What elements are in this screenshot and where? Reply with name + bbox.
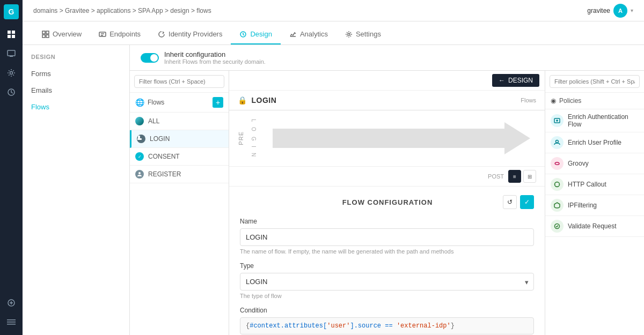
right-panel: ◉ Policies Enrich Authentication Flow <box>545 71 644 335</box>
type-group: Type LOGIN CONSENT REGISTER ▾ The type o… <box>240 262 534 299</box>
tab-endpoints[interactable]: Endpoints <box>90 25 149 44</box>
sidebar-monitor-icon[interactable] <box>3 45 20 62</box>
tab-design[interactable]: Design <box>231 25 280 44</box>
config-save-btn[interactable]: ✓ <box>520 195 534 209</box>
topbar: domains > Gravitee > applications > SPA … <box>23 0 644 21</box>
pre-arrow <box>273 122 530 154</box>
flows-header-label: Flows <box>148 99 164 106</box>
type-hint: The type of flow <box>240 293 534 299</box>
pre-vertical-text: L <box>251 119 257 123</box>
nav-tabs: Overview Endpoints Identity Providers De… <box>23 21 644 45</box>
type-label: Type <box>240 262 534 270</box>
flow-header: 🔒 LOGIN Flows <box>229 91 545 110</box>
flow-icon-register <box>135 170 144 178</box>
svg-rect-3 <box>12 35 15 38</box>
breadcrumb: domains > Gravitee > applications > SPA … <box>33 7 211 14</box>
post-area: POST ≡ ⊞ <box>229 167 545 187</box>
flow-search-area <box>130 71 229 93</box>
sidebar-plus-icon[interactable] <box>3 294 20 311</box>
sidebar-gear-icon[interactable] <box>3 64 20 81</box>
policies-icon: ◉ <box>551 97 556 105</box>
sidebar: G <box>0 0 23 335</box>
flow-item-all[interactable]: ALL <box>130 113 229 130</box>
post-icon-grid[interactable]: ⊞ <box>523 170 536 183</box>
flow-lock-icon: 🔒 <box>238 96 247 105</box>
tab-overview[interactable]: Overview <box>33 25 90 44</box>
svg-point-24 <box>556 140 559 143</box>
arrow-body <box>273 122 530 154</box>
top-design-area: ← DESIGN <box>229 71 545 91</box>
svg-rect-13 <box>46 31 49 34</box>
left-nav-forms[interactable]: Forms <box>23 65 129 82</box>
policy-icon-validate-request <box>551 220 564 233</box>
design-arrow-icon: ← <box>499 77 505 84</box>
post-icons: ≡ ⊞ <box>508 170 536 183</box>
sidebar-clock-icon[interactable] <box>3 84 20 101</box>
sidebar-nav-icon[interactable] <box>3 26 20 43</box>
flow-config: FLOW CONFIGURATION ↺ ✓ Name The name of … <box>229 187 545 335</box>
config-action-btns: ↺ ✓ <box>503 195 534 209</box>
tab-settings[interactable]: Settings <box>336 25 390 44</box>
left-panel: DESIGN Forms Emails Flows <box>23 45 130 335</box>
inherit-bar: Inherit configuration Inherit Flows from… <box>130 45 644 71</box>
flows-globe-icon: 🌐 <box>135 98 144 107</box>
policy-enrich-auth[interactable]: Enrich Authentication Flow <box>545 109 644 132</box>
design-button[interactable]: ← DESIGN <box>492 74 539 87</box>
flow-config-header: FLOW CONFIGURATION ↺ ✓ <box>240 195 534 209</box>
sidebar-menu-icon[interactable] <box>3 314 20 331</box>
type-select-wrapper: LOGIN CONSENT REGISTER ▾ <box>240 273 534 291</box>
policy-ip-filtering[interactable]: IPFiltering <box>545 195 644 216</box>
policy-http-callout[interactable]: HTTP Callout <box>545 174 644 195</box>
svg-rect-4 <box>8 50 15 56</box>
pre-label: PRE <box>238 131 244 145</box>
config-reset-btn[interactable]: ↺ <box>503 195 517 209</box>
flow-item-register[interactable]: REGISTER <box>130 166 229 183</box>
name-hint: The name of flow. If empty, the name wil… <box>240 248 534 255</box>
user-dropdown-icon[interactable]: ▾ <box>631 8 633 13</box>
tab-identity-providers[interactable]: Identity Providers <box>149 25 231 44</box>
avatar: A <box>613 4 627 18</box>
svg-rect-5 <box>10 56 13 57</box>
svg-rect-10 <box>7 322 16 323</box>
policy-enrich-user[interactable]: Enrich User Profile <box>545 132 644 153</box>
svg-point-22 <box>138 172 141 174</box>
svg-rect-0 <box>8 31 11 34</box>
name-input[interactable] <box>240 228 534 246</box>
svg-point-25 <box>555 182 560 187</box>
svg-rect-20 <box>138 136 140 138</box>
svg-rect-15 <box>46 35 49 38</box>
inherit-sub: Inherit Flows from the security domain. <box>164 58 266 65</box>
svg-rect-16 <box>99 32 106 36</box>
policies-search-input[interactable] <box>550 75 640 88</box>
flow-config-title: FLOW CONFIGURATION <box>272 198 503 206</box>
center-area: Inherit configuration Inherit Flows from… <box>130 45 644 335</box>
flow-icon-login <box>137 135 145 143</box>
flow-list-panel: 🌐 Flows + ALL LOGIN <box>130 71 229 335</box>
user-info: gravitee A ▾ <box>587 4 633 18</box>
flow-item-consent[interactable]: ✓ CONSENT <box>130 148 229 166</box>
flow-item-login[interactable]: LOGIN <box>130 130 229 148</box>
policy-groovy[interactable]: Groovy <box>545 153 644 174</box>
inherit-toggle[interactable] <box>141 53 159 63</box>
add-flow-btn[interactable]: + <box>213 97 223 108</box>
left-nav-flows[interactable]: Flows <box>23 99 129 115</box>
condition-input[interactable]: {#context.attributes['user'].source == '… <box>240 317 534 334</box>
post-label: POST <box>488 173 504 180</box>
flow-icon-consent: ✓ <box>135 152 144 161</box>
policies-search-area <box>545 71 644 93</box>
post-icon-list[interactable]: ≡ <box>508 170 521 183</box>
app-logo[interactable]: G <box>4 4 19 19</box>
flow-search-input[interactable] <box>134 75 224 88</box>
condition-label: Condition <box>240 307 534 314</box>
policies-header: ◉ Policies <box>545 93 644 109</box>
policy-validate-request[interactable]: Validate Request <box>545 216 644 237</box>
main-area: domains > Gravitee > applications > SPA … <box>23 0 644 335</box>
left-nav-emails[interactable]: Emails <box>23 82 129 99</box>
svg-rect-14 <box>42 35 45 38</box>
svg-rect-21 <box>137 138 142 140</box>
flow-icon-all <box>135 117 144 125</box>
name-group: Name The name of flow. If empty, the nam… <box>240 218 534 255</box>
type-select[interactable]: LOGIN CONSENT REGISTER <box>240 273 534 291</box>
tab-analytics[interactable]: Analytics <box>281 25 336 44</box>
svg-rect-12 <box>42 31 45 34</box>
